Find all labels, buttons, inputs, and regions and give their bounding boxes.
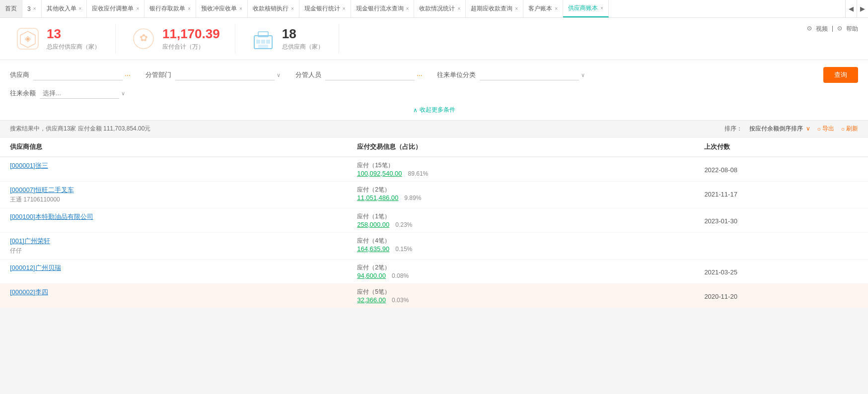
tx-info-cell: 应付（4笔）164,635.900.15% — [347, 233, 694, 260]
nav-tab-cash-bank-flow[interactable]: 现金银行流水查询 × — [351, 0, 415, 17]
tx-label: 应付（2笔） — [357, 263, 684, 272]
help-link[interactable]: 帮助 — [846, 25, 858, 33]
supplier-info-cell: [000001]张三 — [0, 157, 347, 182]
amount-value[interactable]: 32,366.00 — [357, 296, 386, 304]
nav-tab-ap-label: 应收应付调整单 — [92, 4, 134, 13]
supplier-link[interactable]: [001]广州荣轩 — [10, 237, 50, 245]
amount-value[interactable]: 164,635.90 — [357, 245, 389, 253]
percent-value: 0.15% — [395, 246, 412, 253]
close-icon[interactable]: × — [239, 6, 242, 11]
supplier-dots-btn[interactable]: ··· — [125, 71, 131, 79]
last-pay-cell: 2021-11-17 — [694, 182, 868, 208]
query-button[interactable]: 查询 — [823, 67, 858, 83]
last-pay-cell — [694, 233, 868, 260]
nav-tab-supplier-account[interactable]: 供应商账本 × — [563, 0, 609, 17]
person-filter-label: 分管人员 — [295, 70, 321, 79]
th-supplier-info: 供应商信息 — [0, 137, 347, 157]
export-circle-icon: ○ — [817, 126, 821, 132]
close-icon[interactable]: × — [343, 6, 346, 11]
table-container: 供应商信息 应付交易信息（占比） 上次付数 [000001]张三应付（15笔）1… — [0, 137, 868, 308]
nav-left-arrow[interactable]: ◀ — [845, 0, 857, 17]
balance-chevron-icon[interactable]: ∨ — [121, 90, 125, 97]
supplier-input[interactable] — [33, 69, 123, 80]
amount-value[interactable]: 11,051,486.00 — [357, 194, 398, 201]
tx-label: 应付（2笔） — [357, 186, 684, 194]
nav-tab-prepay-writeoff[interactable]: 预收冲应收单 × — [196, 0, 248, 17]
filter-person: 分管人员 ··· — [295, 69, 423, 80]
filter-supplier: 供应商 ··· — [10, 69, 131, 80]
supplier-link[interactable]: [000100]本特勤油品有限公司 — [10, 213, 93, 220]
tx-label: 应付（1笔） — [357, 212, 684, 221]
video-link[interactable]: 视频 — [816, 25, 828, 33]
nav-tab-other-income[interactable]: 其他收入单 × — [42, 0, 87, 17]
supplier-table: 供应商信息 应付交易信息（占比） 上次付数 [000001]张三应付（15笔）1… — [0, 137, 868, 308]
nav-tab-receipt-audit-label: 收款核销执行 — [253, 4, 289, 13]
tx-label: 应付（15笔） — [357, 161, 684, 170]
close-icon[interactable]: × — [515, 6, 518, 11]
svg-rect-6 — [256, 40, 260, 44]
close-icon[interactable]: × — [291, 6, 294, 11]
ap-suppliers-icon: ◈ — [15, 26, 41, 52]
category-input[interactable] — [480, 69, 579, 80]
tx-label: 应付（4笔） — [357, 237, 684, 245]
total-suppliers-label: 总供应商（家） — [282, 43, 324, 51]
amount-value[interactable]: 94,600.00 — [357, 272, 386, 279]
amount-value[interactable]: 100,092,540.00 — [357, 170, 402, 177]
ap-suppliers-number: 13 — [47, 26, 100, 42]
category-chevron-icon[interactable]: ∨ — [581, 72, 585, 78]
close-icon[interactable]: × — [555, 6, 558, 11]
supplier-sub-info: 仔仔 — [10, 247, 337, 255]
sort-label: 排序： — [724, 125, 742, 133]
refresh-btn[interactable]: ○ 刷新 — [841, 125, 858, 133]
collapse-filters-btn[interactable]: ∧ 收起更多条件 — [10, 104, 858, 116]
nav-tab-collection-stats[interactable]: 收款情况统计 × — [414, 0, 466, 17]
sort-value[interactable]: 按应付余额倒序排序 ∨ — [749, 125, 810, 133]
total-suppliers-number: 18 — [282, 26, 324, 42]
export-label: 导出 — [822, 125, 834, 133]
close-icon[interactable]: × — [600, 5, 603, 11]
video-icon: ⊙ — [807, 25, 812, 33]
nav-tab-cash-bank-stats-label: 现金银行统计 — [304, 4, 340, 13]
tx-info-cell: 应付（5笔）32,366.000.03% — [347, 284, 694, 308]
supplier-link[interactable]: [000001]张三 — [10, 162, 48, 169]
dept-input[interactable] — [175, 69, 275, 80]
balance-input[interactable] — [40, 88, 119, 99]
filter-category: 往来单位分类 ∨ — [437, 69, 585, 80]
export-btn[interactable]: ○ 导出 — [817, 125, 834, 133]
nav-tab-overdue-collection[interactable]: 超期应收款查询 × — [466, 0, 523, 17]
stat-item-ap-total: ✿ 11,170.39 应付合计（万） — [126, 24, 235, 54]
close-icon[interactable]: × — [79, 6, 82, 11]
amount-value[interactable]: 258,000.00 — [357, 221, 389, 228]
nav-tab-home[interactable]: 首页 — [0, 0, 22, 17]
table-row: [000002]李四应付（5笔）32,366.000.03%2020-11-20 — [0, 284, 868, 308]
nav-tab-bank-deposit[interactable]: 银行存取款单 × — [145, 0, 196, 17]
nav-tab-3-label: 3 — [27, 5, 31, 12]
close-icon[interactable]: × — [406, 6, 409, 11]
person-dots-btn[interactable]: ··· — [417, 71, 423, 79]
nav-tab-cash-bank-stats[interactable]: 现金银行统计 × — [299, 0, 351, 17]
nav-tab-customer-account[interactable]: 客户账本 × — [523, 0, 563, 17]
supplier-info-cell: [000007]恒旺二手叉车王通 17106110000 — [0, 182, 347, 208]
nav-right-arrow[interactable]: ▶ — [857, 0, 868, 17]
close-icon[interactable]: × — [136, 6, 139, 11]
supplier-link[interactable]: [000012]广州贝瑞 — [10, 264, 61, 271]
percent-value: 0.23% — [395, 221, 412, 228]
supplier-link[interactable]: [000007]恒旺二手叉车 — [10, 186, 74, 194]
nav-tab-home-label: 首页 — [5, 4, 17, 13]
close-icon[interactable]: × — [33, 6, 36, 11]
close-icon[interactable]: × — [457, 6, 460, 11]
dept-filter-label: 分管部门 — [145, 70, 171, 79]
percent-value: 89.61% — [408, 170, 429, 177]
category-filter-label: 往来单位分类 — [437, 70, 476, 79]
supplier-link[interactable]: [000002]李四 — [10, 288, 48, 296]
close-icon[interactable]: × — [188, 6, 191, 11]
nav-tab-ap-adjustment[interactable]: 应收应付调整单 × — [87, 0, 145, 17]
nav-tab-receipt-audit[interactable]: 收款核销执行 × — [248, 0, 299, 17]
refresh-label: 刷新 — [846, 125, 858, 133]
person-input[interactable] — [325, 69, 415, 80]
dept-chevron-icon[interactable]: ∨ — [277, 72, 281, 78]
svg-rect-9 — [258, 45, 268, 49]
sort-value-text: 按应付余额倒序排序 — [749, 125, 803, 132]
nav-tab-3[interactable]: 3 × — [22, 0, 42, 17]
total-suppliers-icon — [250, 26, 276, 52]
